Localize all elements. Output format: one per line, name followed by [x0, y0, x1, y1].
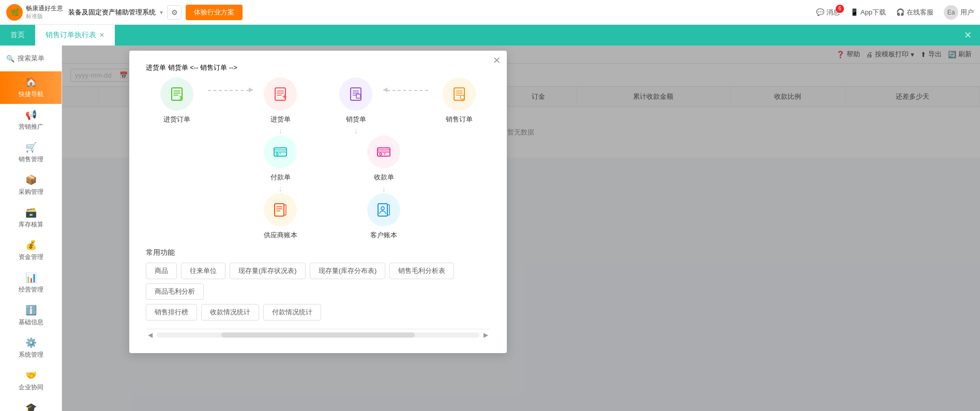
sale-bill-label: 销货单	[346, 115, 366, 124]
online-service-button[interactable]: 🎧 在线客服	[896, 8, 933, 17]
logo-area: 🌿 畅康通好生意 标准版	[6, 4, 68, 21]
dropdown-arrow-icon[interactable]: ▾	[160, 9, 163, 16]
svg-point-21	[381, 207, 384, 210]
receipt-icon: ¥	[367, 135, 400, 169]
purchase-icon: 📦	[25, 174, 37, 186]
sidebar-item-label: 采购管理	[19, 188, 43, 196]
settings-button[interactable]: ⚙	[167, 5, 182, 20]
logo-text: 畅康通好生意 标准版	[26, 5, 63, 20]
sidebar-item-basic-info[interactable]: ℹ️ 基础信息	[0, 299, 62, 332]
sidebar-item-management[interactable]: 📊 经营管理	[0, 267, 62, 299]
main-layout: 🔍 搜索菜单 🏠 快捷导航 📢 营销推广 🛒 销售管理 📦 采购管理 🗃️ 库存…	[0, 45, 980, 411]
sidebar-item-sales[interactable]: 🛒 销售管理	[0, 136, 62, 169]
purchase-order-label: 进货订单	[163, 115, 190, 124]
func-btn-sales-rank[interactable]: 销售排行榜	[146, 304, 197, 321]
marketing-icon: 📢	[25, 109, 37, 120]
func-btn-goods-profit[interactable]: 商品毛利分析	[146, 283, 204, 300]
scroll-track[interactable]	[157, 332, 479, 338]
trial-button[interactable]: 体验行业方案	[186, 5, 243, 20]
home-icon: 🏠	[25, 77, 37, 88]
sidebar-item-label: 资金管理	[19, 253, 43, 262]
sidebar-item-label: 销售管理	[19, 155, 43, 164]
sidebar-item-label: 经营管理	[19, 285, 43, 294]
message-icon: 💬	[816, 8, 824, 16]
func-btn-receipt-stats[interactable]: 收款情况统计	[201, 304, 259, 321]
flow-item-sale-bill[interactable]: 销货单	[325, 78, 387, 124]
func-btn-payment-stats[interactable]: 付款情况统计	[263, 304, 321, 321]
col-purchase-bill: 进货单 ↓	[249, 78, 311, 135]
sidebar-item-guide[interactable]: 🎓 新手引导	[0, 397, 62, 411]
scroll-thumb[interactable]	[221, 332, 415, 338]
flow-item-customer-account[interactable]: 客户账本	[353, 193, 415, 240]
search-menu-label: 搜索菜单	[18, 54, 44, 63]
tab-home[interactable]: 首页	[0, 25, 35, 45]
close-window-icon[interactable]: ✕	[956, 29, 980, 41]
flow-item-receipt[interactable]: ¥ 收款单	[353, 135, 415, 182]
func-btn-inventory-status[interactable]: 现存量(库存状况表)	[230, 263, 306, 279]
col-sale-order: 销售订单	[428, 78, 490, 124]
func-btn-contacts[interactable]: 往来单位	[181, 263, 225, 279]
arrow-po-to-pb: ▶	[208, 90, 249, 91]
tab-sales-order[interactable]: 销售订单执行表 ✕	[35, 25, 115, 45]
tab-close-icon[interactable]: ✕	[99, 32, 104, 39]
flow-bottom-row: 供应商账本 客户账本	[146, 193, 490, 240]
flow-item-sale-order[interactable]: 销售订单	[428, 78, 490, 124]
function-buttons-group: 商品 往来单位 现存量(库存状况表) 现存量(库存分布表) 销售毛利分析表 商品…	[146, 263, 490, 300]
download-icon: 📱	[850, 8, 858, 16]
app-download-button[interactable]: 📱 App下载	[850, 8, 886, 17]
enterprise-icon: 🤝	[25, 370, 37, 381]
func-btn-inventory-dist[interactable]: 现存量(库存分布表)	[310, 263, 386, 279]
modal-content: ✕ 进货单 销货单 <-- 销售订单 -->	[129, 51, 507, 353]
function-buttons-group-2: 销售排行榜 收款情况统计 付款情况统计	[146, 304, 490, 321]
service-icon: 🎧	[896, 8, 904, 16]
svg-rect-7	[454, 88, 464, 100]
svg-rect-1	[275, 88, 285, 100]
sidebar-item-marketing[interactable]: 📢 营销推广	[0, 104, 62, 136]
arrow-so-to-sb: ◀	[387, 90, 428, 91]
sidebar-item-purchase[interactable]: 📦 采购管理	[0, 169, 62, 202]
sidebar-item-enterprise[interactable]: 🤝 企业协同	[0, 364, 62, 397]
avatar: Ea	[944, 5, 958, 20]
flow-item-payment[interactable]: ¥ 付款单	[249, 135, 311, 182]
scroll-right-button[interactable]: ▶	[481, 331, 490, 339]
flow-item-supplier-account[interactable]: 供应商账本	[249, 193, 311, 240]
sidebar-item-system[interactable]: ⚙️ 系统管理	[0, 332, 62, 364]
svg-rect-17	[275, 204, 284, 216]
system-icon: ⚙️	[25, 337, 37, 348]
col-receipt: ¥ 收款单 ↓	[353, 135, 415, 193]
common-functions-title: 常用功能	[146, 248, 490, 257]
scroll-left-button[interactable]: ◀	[146, 331, 155, 339]
content-area: ❓ 帮助 🖨 按模板打印 ▾ ⬆ 导出 🔄 刷新 yyyy-mm-dd 📅	[62, 45, 980, 411]
svg-point-11	[276, 153, 278, 155]
func-btn-goods[interactable]: 商品	[146, 263, 177, 279]
common-functions-section: 常用功能 商品 往来单位 现存量(库存状况表) 现存量(库存分布表) 销售毛利分…	[146, 248, 490, 321]
col-sale-bill: 销货单 ↓	[325, 78, 387, 135]
search-menu-button[interactable]: 🔍 搜索菜单	[0, 50, 62, 67]
modal-overlay[interactable]: ✕ 进货单 销货单 <-- 销售订单 -->	[62, 45, 980, 411]
purchase-bill-label: 进货单	[270, 115, 291, 124]
guide-icon: 🎓	[25, 402, 37, 411]
sidebar-item-label: 企业协同	[19, 383, 43, 392]
sidebar-item-label: 系统管理	[19, 351, 43, 359]
svg-text:¥: ¥	[279, 152, 281, 155]
message-button[interactable]: 💬 消息 6	[816, 8, 840, 17]
search-icon: 🔍	[6, 55, 14, 63]
sale-order-icon	[443, 78, 476, 111]
purchase-order-icon	[160, 78, 193, 111]
user-menu-button[interactable]: Ea 用户	[944, 5, 974, 20]
modal-close-button[interactable]: ✕	[493, 55, 501, 66]
sidebar-item-inventory[interactable]: 🗃️ 库存核算	[0, 202, 62, 234]
sidebar-item-quick-nav[interactable]: 🏠 快捷导航	[0, 71, 62, 104]
sidebar-item-finance[interactable]: 💰 资金管理	[0, 234, 62, 267]
flow-item-purchase-order[interactable]: 进货订单	[146, 78, 208, 124]
supplier-account-icon	[264, 193, 297, 226]
col-purchase-order: 进货订单	[146, 78, 208, 124]
user-label: 用户	[960, 8, 974, 17]
payment-label: 付款单	[270, 173, 291, 182]
flow-item-purchase-bill[interactable]: 进货单	[249, 78, 311, 124]
func-btn-sales-profit[interactable]: 销售毛利分析表	[389, 263, 454, 279]
inventory-icon: 🗃️	[25, 207, 37, 218]
scroll-area: ◀ ▶	[146, 329, 490, 341]
flow-top-row: 进货订单 ▶	[146, 72, 490, 135]
sale-bill-icon	[339, 78, 372, 111]
